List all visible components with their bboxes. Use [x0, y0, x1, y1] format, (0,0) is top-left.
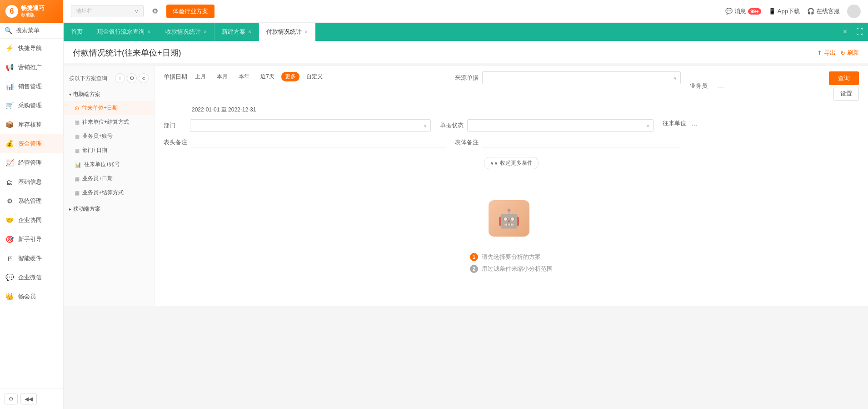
- scheme-item-staff-settle[interactable]: ▦ 业务员+结算方式: [64, 186, 154, 200]
- online-service-button[interactable]: 🎧 在线客服: [807, 7, 840, 15]
- address-bar[interactable]: 地址栏 ∨: [71, 5, 144, 17]
- settings-button[interactable]: 设置: [833, 87, 859, 101]
- dept-arrow-icon: ∨: [424, 123, 427, 128]
- sidebar-item-label-hardware: 智能硬件: [18, 254, 42, 263]
- collapse-button[interactable]: ∧∧ 收起更多条件: [484, 157, 539, 169]
- scheme-item-staff-date[interactable]: ▦ 业务员+日期: [64, 172, 154, 186]
- sidebar: 6 畅捷通巧 标准版 🔍 搜索菜单 ⚡ 快捷导航 📢 营销推广 📊 销售管理 🛒…: [0, 0, 64, 409]
- source-doc-select[interactable]: ∨: [482, 71, 681, 84]
- filter-row-dept: 部门 ∨ 单据状态 ∨ 往来单位: [164, 119, 859, 132]
- message-label: 消息: [734, 7, 746, 15]
- sidebar-item-capital[interactable]: 💰 资金管理: [0, 134, 63, 153]
- sidebar-item-marketing[interactable]: 📢 营销推广: [0, 58, 63, 77]
- refresh-button[interactable]: ↻ 刷新: [840, 49, 859, 57]
- date-tag-last-month[interactable]: 上月: [191, 71, 210, 82]
- scheme-collapse-button[interactable]: «: [139, 73, 149, 83]
- query-button[interactable]: 查询: [829, 71, 859, 85]
- tab-cash-flow-close[interactable]: ×: [147, 29, 150, 35]
- sidebar-item-system[interactable]: ⚙ 系统管理: [0, 192, 63, 211]
- sidebar-icon-hardware: 🖥: [5, 253, 15, 263]
- sidebar-item-label-quick-nav: 快捷导航: [18, 44, 42, 52]
- sidebar-header-text: 畅捷通巧 标准版: [21, 5, 45, 18]
- scheme-item-dept-date[interactable]: ▦ 部门+日期: [64, 143, 154, 157]
- topbar-settings-button[interactable]: ⚙: [148, 5, 162, 18]
- sidebar-item-label-basic: 基础信息: [18, 178, 42, 186]
- date-tag-this-year[interactable]: 本年: [234, 71, 254, 82]
- trial-button[interactable]: 体验行业方案: [166, 5, 215, 18]
- sidebar-item-guide[interactable]: 🎯 新手引导: [0, 230, 63, 249]
- sidebar-search[interactable]: 🔍 搜索菜单: [0, 23, 63, 39]
- sidebar-item-member[interactable]: 👑 畅会员: [0, 287, 63, 306]
- scheme-sidebar: 按以下方案查询 + ⚙ « ▾ 电脑端方案 ⊙ 往来单位+日: [64, 66, 155, 306]
- tab-home[interactable]: 首页: [64, 23, 90, 41]
- date-tag-7days[interactable]: 近7天: [256, 71, 279, 82]
- scheme-item-label: 往来单位+账号: [84, 161, 120, 168]
- sidebar-item-quick-nav[interactable]: ⚡ 快捷导航: [0, 39, 63, 58]
- date-value-row: 2022-01-01 至 2022-12-31: [164, 106, 859, 114]
- date-tag-more[interactable]: 更多: [281, 72, 299, 81]
- tab-receipt-stats-label: 收款情况统计: [165, 28, 201, 36]
- tab-fullscreen-button[interactable]: ⛶: [852, 23, 868, 41]
- export-button[interactable]: ⬆ 导出: [817, 49, 836, 57]
- scheme-item-unit-account[interactable]: 📊 往来单位+账号: [64, 157, 154, 172]
- search-icon: 🔍: [5, 27, 12, 34]
- scheme-item-unit-date[interactable]: ⊙ 往来单位+日期: [64, 101, 154, 115]
- scheme-item-staff-account[interactable]: ▦ 业务员+账号: [64, 129, 154, 143]
- scheme-add-button[interactable]: +: [115, 73, 125, 83]
- sidebar-item-enterprise[interactable]: 🤝 企业协同: [0, 211, 63, 230]
- collapse-arrow-icon: ∧∧: [490, 160, 498, 167]
- sidebar-item-hardware[interactable]: 🖥 智能硬件: [0, 249, 63, 268]
- tab-receipt-stats[interactable]: 收款情况统计 ×: [158, 23, 215, 41]
- export-icon: ⬆: [817, 50, 822, 56]
- date-tag-custom[interactable]: 自定义: [302, 71, 327, 82]
- scheme-table-icon4: ▦: [75, 176, 80, 182]
- app-download-button[interactable]: 📱 App下载: [768, 7, 800, 15]
- doc-status-select[interactable]: ∨: [467, 119, 653, 132]
- tab-new-scheme-close[interactable]: ×: [248, 29, 251, 35]
- sidebar-item-label-system: 系统管理: [18, 197, 42, 205]
- sidebar-icon-enterprise: 🤝: [5, 215, 15, 225]
- sidebar-item-inventory[interactable]: 📦 库存核算: [0, 115, 63, 134]
- sidebar-item-wechat[interactable]: 💬 企业微信: [0, 268, 63, 287]
- sidebar-collapse-button[interactable]: ◀◀: [20, 394, 37, 404]
- sidebar-item-purchase[interactable]: 🛒 采购管理: [0, 96, 63, 115]
- staff-dots[interactable]: ...: [716, 82, 726, 90]
- tab-payment-stats[interactable]: 付款情况统计 ×: [259, 23, 315, 41]
- sidebar-item-basic[interactable]: 🗂 基础信息: [0, 172, 63, 192]
- body-remark-input[interactable]: [482, 137, 681, 147]
- tab-new-scheme[interactable]: 新建方案 ×: [215, 23, 259, 41]
- user-avatar[interactable]: [847, 5, 861, 18]
- page-content: 付款情况统计(往来单位+日期) ⬆ 导出 ↻ 刷新 按以下方案查询: [64, 41, 868, 409]
- page-header: 付款情况统计(往来单位+日期) ⬆ 导出 ↻ 刷新: [64, 41, 868, 63]
- scheme-section-mobile[interactable]: ▸ 移动端方案: [64, 202, 154, 216]
- scheme-section-desktop[interactable]: ▾ 电脑端方案: [64, 88, 154, 101]
- doc-status-label: 单据状态: [440, 121, 464, 130]
- tab-receipt-stats-close[interactable]: ×: [204, 29, 207, 35]
- empty-tips: 1 请先选择要分析的方案 2 用过滤条件来缩小分析范围: [470, 253, 553, 273]
- sidebar-item-sales[interactable]: 📊 销售管理: [0, 77, 63, 96]
- page-header-actions: ⬆ 导出 ↻ 刷新: [817, 49, 859, 57]
- scheme-item-unit-settle[interactable]: ▦ 往来单位+结算方式: [64, 115, 154, 129]
- tab-cash-flow[interactable]: 现金银行流水查询 ×: [90, 23, 158, 41]
- scheme-header-icons: + ⚙ «: [115, 73, 149, 83]
- sidebar-item-operation[interactable]: 📈 经营管理: [0, 153, 63, 172]
- date-tag-this-month[interactable]: 本月: [213, 71, 232, 82]
- date-label: 单据日期: [164, 73, 187, 81]
- source-doc-field: 来源单据 ∨: [455, 71, 681, 84]
- collapse-bar: ∧∧ 收起更多条件: [164, 153, 859, 173]
- body-remark-label: 表体备注: [455, 138, 479, 146]
- empty-robot-icon: [489, 200, 529, 237]
- tab-close-all-button[interactable]: ×: [838, 23, 852, 41]
- tab-payment-stats-close[interactable]: ×: [304, 29, 308, 35]
- head-remark-input[interactable]: [191, 137, 446, 147]
- sidebar-icon-basic: 🗂: [5, 177, 15, 187]
- collapse-label: 收起更多条件: [500, 159, 533, 167]
- dept-select[interactable]: ∨: [190, 119, 431, 132]
- message-icon: 💬: [725, 8, 733, 15]
- scheme-settings-button[interactable]: ⚙: [127, 73, 137, 83]
- message-button[interactable]: 💬 消息 99+: [725, 7, 761, 15]
- online-service-label: 在线客服: [816, 7, 840, 15]
- refresh-label: 刷新: [847, 49, 859, 57]
- sidebar-settings-button[interactable]: ⚙: [5, 394, 18, 404]
- unit-dots[interactable]: ...: [690, 119, 699, 127]
